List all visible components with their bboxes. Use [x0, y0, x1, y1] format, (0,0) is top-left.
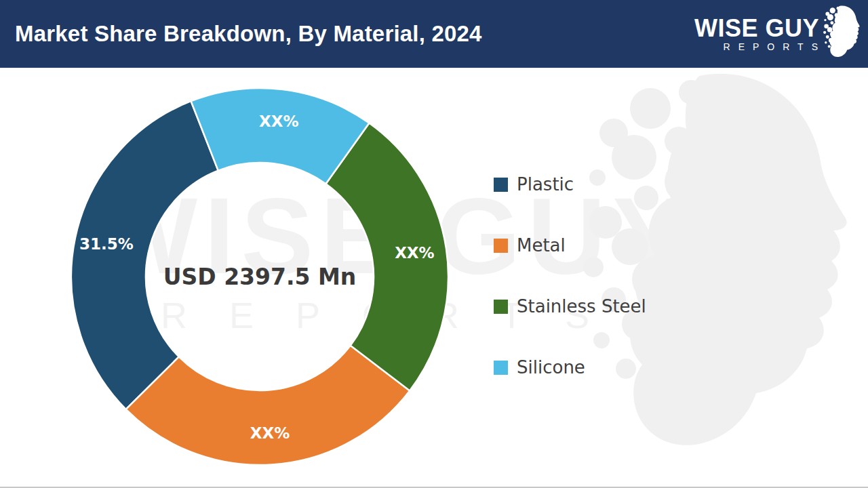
wise-guy-logo: WISE GUY REPORTS: [694, 0, 861, 68]
slice-value-label: 31.5%: [79, 235, 134, 253]
slice-value-label: XX%: [259, 113, 299, 130]
page-title: Market Share Breakdown, By Material, 202…: [15, 21, 482, 47]
legend-swatch-plastic: [494, 178, 508, 192]
logo-face-icon: [822, 3, 861, 60]
slice-value-label: XX%: [395, 244, 435, 262]
legend-label-silicone: Silicone: [517, 357, 585, 378]
legend-label-plastic: Plastic: [517, 174, 574, 195]
logo-subtitle: REPORTS: [724, 41, 826, 52]
donut-chart: 31.5%XX%XX%XX%: [0, 0, 868, 488]
legend-item-silicone: Silicone: [494, 360, 646, 375]
legend-item-metal: Metal: [494, 238, 646, 253]
legend-swatch-stainless-steel: [494, 300, 508, 314]
infographic-page: Market Share Breakdown, By Material, 202…: [0, 0, 868, 488]
header: Market Share Breakdown, By Material, 202…: [0, 0, 868, 68]
legend-label-stainless-steel: Stainless Steel: [517, 296, 646, 317]
chart-legend: Plastic Metal Stainless Steel Silicone: [494, 177, 646, 421]
logo-title: WISE GUY: [694, 16, 819, 41]
legend-swatch-metal: [494, 239, 508, 253]
legend-swatch-silicone: [494, 361, 508, 375]
donut-center-value: USD 2397.5 Mn: [163, 264, 357, 290]
slice-value-label: XX%: [250, 424, 290, 442]
legend-item-plastic: Plastic: [494, 177, 646, 192]
logo-wordmark: WISE GUY REPORTS: [694, 16, 819, 53]
legend-label-metal: Metal: [517, 235, 566, 256]
donut-slice-plastic: [71, 101, 218, 409]
legend-item-stainless-steel: Stainless Steel: [494, 299, 646, 314]
